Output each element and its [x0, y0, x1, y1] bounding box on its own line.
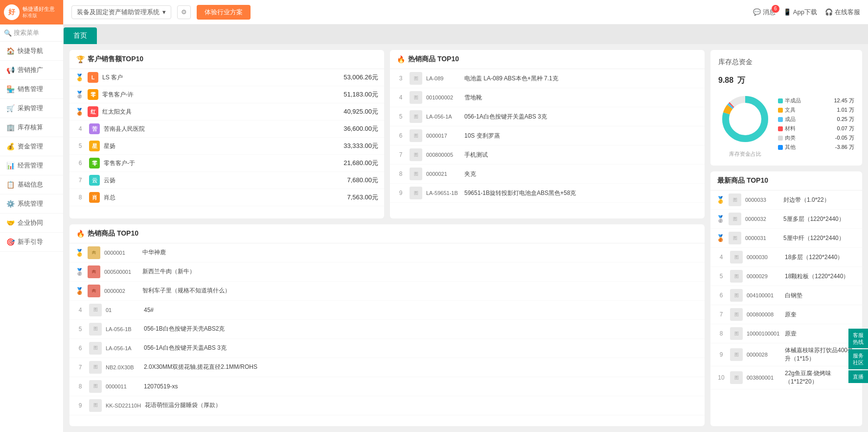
- sidebar-item-quick-nav[interactable]: 🏠 快捷导航: [0, 42, 63, 61]
- rank-badge: 红: [88, 106, 98, 117]
- sidebar-item-enterprise[interactable]: 🤝 企业协同: [0, 214, 63, 233]
- sales-icon: 🏪: [6, 85, 15, 94]
- search-menu[interactable]: 🔍 搜索菜单: [0, 24, 63, 42]
- placeholder-icon: 图: [414, 190, 418, 196]
- placeholder-icon: 图: [93, 364, 98, 370]
- product-code: 001000002: [426, 95, 460, 100]
- online-service-button[interactable]: 🎧 在线客服: [825, 8, 860, 17]
- legend-value: 1.01 万: [837, 106, 854, 114]
- customer-amount: 53,006.26元: [343, 73, 378, 82]
- inventory-title: 库存总资金: [718, 58, 854, 67]
- rank-number: 5: [75, 143, 85, 149]
- rank-number: 6: [75, 345, 85, 352]
- legend-name: 文具: [785, 106, 835, 114]
- message-button[interactable]: 💬 消息 6: [753, 8, 776, 17]
- sidebar-item-guide[interactable]: 🎯 新手引导: [0, 233, 63, 252]
- legend-value: 12.45 万: [834, 97, 854, 104]
- product-name: 中华神鹿: [142, 248, 699, 257]
- rank-number: 6: [75, 160, 85, 167]
- sidebar-item-label: 新手引导: [18, 238, 43, 246]
- product-thumbnail: 图: [89, 399, 102, 412]
- customer-ranking-table: 🥇 L LS 客户 53,006.26元 🥈 零 零售客户-许 51,183.0…: [69, 69, 384, 218]
- system-selector[interactable]: 装备及固定资产辅助管理系统 ▾: [71, 5, 171, 19]
- table-row: 5 图 LA-056-1B 056-1B白色按键开关壳ABS2克: [69, 320, 705, 339]
- product-code: LA-056-1B: [106, 326, 140, 332]
- placeholder-icon: 图: [414, 152, 418, 158]
- legend-name: 成品: [785, 116, 835, 123]
- table-row: 5 图 0000029 18颗粒板（1220*2440）: [710, 267, 862, 286]
- silver-medal-icon: 🥈: [75, 268, 84, 276]
- table-row: 5 星 星扬 33,333.00元: [69, 138, 384, 155]
- rank-number: 6: [396, 132, 406, 139]
- table-row: 8 图 0000021 夹克: [390, 165, 705, 184]
- sidebar-item-operations[interactable]: 📊 经营管理: [0, 156, 63, 175]
- table-row: 7 图 000800005 手机测试: [390, 145, 705, 165]
- cs-community-button[interactable]: 服务社区: [848, 349, 868, 369]
- product-code: 0000017: [426, 133, 460, 139]
- customer-name: 零售客户-于: [104, 159, 340, 168]
- tab-home[interactable]: 首页: [64, 27, 97, 44]
- sidebar-item-label: 快捷导航: [18, 47, 43, 55]
- sidebar-item-inventory[interactable]: 🏢 库存核算: [0, 118, 63, 137]
- sidebar-item-finance[interactable]: 💰 资金管理: [0, 137, 63, 156]
- product-code: 000500001: [104, 269, 138, 275]
- message-badge: 6: [772, 5, 779, 13]
- product-name: 12070519-xs: [144, 383, 699, 390]
- home-icon: 🏠: [6, 47, 15, 55]
- rank-number: 8: [716, 330, 726, 337]
- enterprise-icon: 🤝: [6, 218, 15, 227]
- hot-products-bottom-panel: 🔥 热销商品 TOP10 🥇 肉 0000001 中华神鹿 🥈: [69, 224, 705, 426]
- sidebar-item-basic-info[interactable]: 📋 基础信息: [0, 175, 63, 194]
- legend-dot: [778, 126, 783, 131]
- sidebar-item-purchase[interactable]: 🛒 采购管理: [0, 99, 63, 118]
- rank-number: 4: [716, 254, 726, 261]
- sidebar-item-sales[interactable]: 🏪 销售管理: [0, 80, 63, 99]
- rank-number: 6: [716, 292, 726, 299]
- cs-hotline-button[interactable]: 客服热线: [848, 329, 868, 349]
- product-name: 18颗粒板（1220*2440）: [785, 272, 856, 281]
- trial-button[interactable]: 体验行业方案: [197, 5, 251, 20]
- placeholder-icon: 图: [733, 235, 737, 241]
- customer-name: 肖总: [104, 193, 343, 202]
- table-row: 10 图 003800001 22g鱼豆腐·烧烤味（1*12*20）: [710, 366, 862, 389]
- rank-number: 5: [396, 113, 406, 120]
- gold-medal-icon: 🥇: [75, 73, 84, 81]
- table-row: 🥇 图 0000033 封边带（1.0*22）: [710, 191, 862, 210]
- sidebar-item-marketing[interactable]: 📢 营销推广: [0, 61, 63, 80]
- product-name: 电池盖 LA-089 ABS本色+黑种 7.1克: [464, 74, 699, 83]
- product-name: 45#: [144, 307, 699, 313]
- legend-value: 0.25 万: [837, 116, 854, 123]
- rank-number: 3: [396, 75, 406, 82]
- product-name: 056-1B白色按键开关壳ABS2克: [144, 325, 699, 333]
- placeholder-icon: 图: [733, 197, 737, 203]
- customer-ranking-header: 🏆 客户销售额TOP10: [69, 50, 384, 69]
- app-download-button[interactable]: 📱 App下载: [783, 8, 817, 17]
- inventory-value: 9.88: [718, 76, 733, 84]
- app-logo: 好 畅捷通好生意 标准版: [0, 0, 63, 24]
- sidebar-item-system[interactable]: ⚙️ 系统管理: [0, 194, 63, 214]
- rank-number: 7: [75, 364, 85, 371]
- main-area: 装备及固定资产辅助管理系统 ▾ ⚙ 体验行业方案 💬 消息 6 📱 App下载 …: [64, 0, 868, 432]
- table-row: 🥇 L LS 客户 53,006.26元: [69, 69, 384, 86]
- nav-tabs: 首页: [64, 24, 868, 44]
- marketing-icon: 📢: [6, 66, 15, 74]
- placeholder-icon: 图: [93, 307, 98, 313]
- new-products-header: 最新商品 TOP10: [710, 171, 862, 191]
- settings-button[interactable]: ⚙: [177, 5, 191, 19]
- customer-amount: 7,680.00元: [347, 176, 378, 185]
- rank-badge: 云: [89, 175, 100, 186]
- sidebar-item-label: 营销推广: [18, 66, 43, 74]
- cs-live-button[interactable]: 直播: [848, 370, 868, 383]
- legend-value: -0.05 万: [835, 134, 854, 142]
- product-name: 体械嘉枝味苏打饮品400毫升（1*15）: [785, 346, 856, 363]
- product-code: 004100001: [747, 292, 781, 298]
- hot-products-top-title: 热销商品 TOP10: [408, 55, 459, 64]
- product-code: LA-056-1A: [426, 114, 460, 120]
- product-name: 056-1A白色按键开关盖ABS 3克: [144, 344, 699, 352]
- product-thumbnail: 图: [410, 168, 422, 180]
- rank-badge: 肖: [89, 192, 100, 203]
- hot-products-bottom-title: 热销商品 TOP10: [88, 229, 138, 238]
- rank-number: 8: [75, 194, 85, 201]
- rank-number: 10: [716, 374, 726, 381]
- product-code: 000800008: [747, 312, 781, 317]
